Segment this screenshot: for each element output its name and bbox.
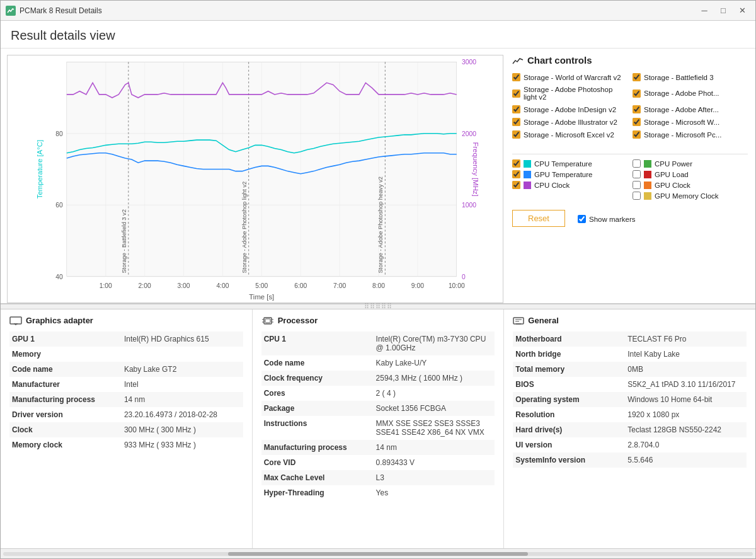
row-value: Socket 1356 FCBGA (374, 401, 495, 416)
workload-label-1: Storage - Battlefield 3 (644, 74, 714, 81)
gpu-load-color (644, 171, 651, 178)
sensor-checkbox-gpu-clock[interactable] (633, 181, 641, 189)
workload-label-6: Storage - Adobe Illustrator v2 (524, 118, 617, 126)
general-title: General (528, 316, 558, 325)
row-key: BIOS (513, 377, 625, 392)
sensor-label-gpu-mem-clock: GPU Memory Clock (655, 192, 719, 200)
chart-section: Storage - Battlefield 3 v2 Storage - Ado… (1, 49, 510, 303)
table-row: Manufacturing process 14 nm (261, 440, 495, 455)
row-key: UI version (513, 437, 625, 452)
table-row: North bridge Intel Kaby Lake (513, 347, 747, 362)
table-row: Package Socket 1356 FCBGA (261, 401, 495, 416)
sensor-label-gpu-clock: GPU Clock (655, 182, 690, 189)
row-key: Total memory (513, 362, 625, 377)
row-value (122, 347, 243, 362)
scrollbar-track[interactable] (3, 552, 753, 556)
gpu-mem-clock-color (644, 192, 651, 200)
minimize-button[interactable]: ─ (696, 4, 713, 17)
row-value: Teclast 128GB NS550-2242 (625, 422, 747, 437)
gpu-key: GPU 1 (9, 331, 122, 347)
row-value: Windows 10 Home 64-bit (625, 392, 747, 407)
sensor-checkbox-cpu-temp[interactable] (512, 159, 520, 168)
cpu-row: CPU 1 Intel(R) Core(TM) m3-7Y30 CPU @ 1.… (261, 331, 495, 355)
svg-text:5:00: 5:00 (255, 282, 268, 289)
gpu-value: Intel(R) HD Graphics 615 (122, 331, 243, 347)
table-row: Manufacturer Intel (9, 377, 243, 392)
row-value: 933 MHz ( 933 MHz ) (122, 437, 243, 452)
scrollbar-thumb[interactable] (228, 552, 528, 556)
workload-checkbox-2[interactable] (512, 89, 520, 98)
table-row: Total memory 0MB (513, 362, 747, 377)
sensor-checkbox-gpu-mem-clock[interactable] (633, 192, 641, 200)
workload-label-4: Storage - Adobe InDesign v2 (524, 106, 616, 113)
svg-text:1000: 1000 (462, 202, 476, 209)
gpu-row: GPU 1 Intel(R) HD Graphics 615 (9, 331, 243, 347)
sensor-label-cpu-power: CPU Power (655, 160, 692, 168)
workload-checkbox-5[interactable] (633, 105, 641, 113)
row-key: North bridge (513, 347, 625, 362)
cpu-key: CPU 1 (261, 331, 374, 355)
workload-checkbox-8[interactable] (512, 130, 520, 139)
workload-checkbox-9[interactable] (633, 130, 641, 139)
svg-text:Frequency [MHz]: Frequency [MHz] (472, 142, 479, 196)
svg-text:Storage - Battlefield 3 v2: Storage - Battlefield 3 v2 (121, 209, 127, 273)
workload-label-0: Storage - World of Warcraft v2 (524, 74, 621, 81)
show-markers-checkbox[interactable] (578, 215, 586, 223)
sensor-gpu-load: GPU Load (633, 170, 748, 178)
processor-title: Processor (278, 316, 318, 325)
workload-label-7: Storage - Microsoft W... (644, 118, 719, 126)
window-controls: ─ □ ✕ (696, 4, 750, 17)
svg-text:80: 80 (55, 130, 63, 137)
svg-text:7:00: 7:00 (333, 282, 346, 289)
workload-checkbox-3[interactable] (633, 89, 641, 98)
row-value: 2594,3 MHz ( 1600 MHz ) (374, 371, 495, 386)
row-value: 5.5.646 (625, 452, 747, 468)
maximize-button[interactable]: □ (715, 4, 731, 17)
workload-checkbox-0[interactable] (512, 73, 520, 81)
sensor-gpu-clock: GPU Clock (633, 181, 748, 189)
reset-button[interactable]: Reset (512, 210, 565, 227)
cpu-clock-color (524, 182, 531, 189)
window-title: PCMark 8 Result Details (20, 6, 696, 15)
row-value: MMX SSE SSE2 SSE3 SSSE3 SSE41 SSE42 X86_… (374, 416, 495, 440)
sensor-checkbox-cpu-clock[interactable] (512, 181, 520, 189)
processor-header: Processor (261, 316, 495, 325)
svg-text:Storage - Adobe Photoshop heav: Storage - Adobe Photoshop heavy v2 (377, 176, 384, 274)
table-row: UI version 2.8.704.0 (513, 437, 747, 452)
sensor-checkbox-cpu-power[interactable] (633, 159, 641, 168)
workload-item-4: Storage - Adobe InDesign v2 (512, 104, 627, 115)
sensor-checkbox-gpu-temp[interactable] (512, 170, 520, 178)
row-key: Driver version (9, 407, 122, 422)
row-value: 14 nm (374, 440, 495, 455)
row-key: Manufacturer (9, 377, 122, 392)
svg-text:4:00: 4:00 (216, 282, 229, 289)
monitor-icon (9, 316, 22, 325)
row-value: 2.8.704.0 (625, 437, 747, 452)
svg-text:Storage - Adobe Photoshop ligh: Storage - Adobe Photoshop light v2 (241, 182, 248, 274)
workload-checkbox-7[interactable] (633, 118, 641, 126)
page-title: Result details view (1, 21, 755, 49)
svg-rect-44 (524, 182, 531, 189)
sensor-checkbox-gpu-load[interactable] (633, 170, 641, 178)
general-icon (513, 316, 524, 325)
workload-checkbox-1[interactable] (633, 73, 641, 81)
sensor-cpu-power: CPU Power (633, 159, 748, 168)
row-key: Motherboard (513, 331, 625, 347)
workload-checkbox-6[interactable] (512, 118, 520, 126)
svg-rect-45 (644, 182, 651, 189)
table-row: Operating system Windows 10 Home 64-bit (513, 392, 747, 407)
row-key: Memory clock (9, 437, 122, 452)
sensor-cpu-clock: CPU Clock (512, 181, 627, 189)
row-value: Kaby Lake GT2 (122, 362, 243, 377)
close-button[interactable]: ✕ (734, 4, 750, 17)
table-row: Instructions MMX SSE SSE2 SSE3 SSSE3 SSE… (261, 416, 495, 440)
svg-text:3:00: 3:00 (178, 282, 190, 289)
sensor-label-gpu-load: GPU Load (655, 171, 689, 178)
bottom-scrollbar[interactable] (1, 548, 755, 558)
workload-checkbox-4[interactable] (512, 105, 520, 113)
scroll-indicator[interactable]: ⠿⠿⠿⠿⠿ (1, 304, 755, 309)
table-row: Hard drive(s) Teclast 128GB NS550-2242 (513, 422, 747, 437)
svg-text:60: 60 (55, 202, 63, 209)
cpu-value: Intel(R) Core(TM) m3-7Y30 CPU @ 1.00GHz (374, 331, 495, 355)
svg-rect-40 (524, 160, 531, 168)
